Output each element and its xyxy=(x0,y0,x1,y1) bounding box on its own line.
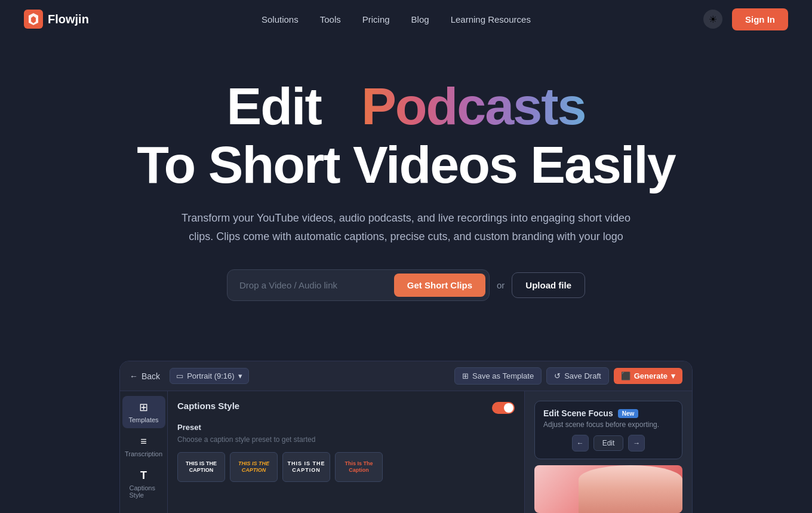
save-template-button[interactable]: ⊞ Save as Template xyxy=(454,367,542,385)
scene-focus-title: Edit Scene Focus xyxy=(543,408,613,418)
caption-presets: THIS IS THE CAPTION THIS IS THE CAPTION … xyxy=(177,452,515,482)
url-input[interactable] xyxy=(239,280,394,290)
sidebar-transcription-label: Transcription xyxy=(125,450,162,457)
scene-prev-button[interactable]: ← xyxy=(572,435,589,451)
hero-section: Edit Podcasts To Short Videos Easily Tra… xyxy=(0,38,812,331)
transcription-icon: ≡ xyxy=(140,435,147,448)
edit-focus-button[interactable]: Edit xyxy=(593,435,624,451)
captions-icon: T xyxy=(140,469,147,482)
caption-preset-2[interactable]: THIS IS THE CAPTION xyxy=(230,452,278,482)
save-draft-label: Save Draft xyxy=(564,371,601,380)
sidebar-item-templates[interactable]: ⊞ Templates xyxy=(122,396,165,428)
editor-preview: ← Back ▭ Portrait (9:16) ▾ ⊞ Save as Tem… xyxy=(119,361,693,513)
scene-focus-card: Edit Scene Focus New Adjust scene focus … xyxy=(534,401,682,459)
scene-focus-desc: Adjust scene focus before exporting. xyxy=(543,420,673,429)
caption-toggle-row: Captions Style xyxy=(177,401,515,414)
editor-body: ⊞ Templates ≡ Transcription T Captions S… xyxy=(120,391,692,513)
scene-next-button[interactable]: → xyxy=(628,435,645,451)
scene-focus-controls: ← Edit → xyxy=(543,435,673,451)
sun-icon: ☀ xyxy=(709,14,717,25)
hero-title-podcasts: Podcasts xyxy=(361,76,585,136)
logo-text: Flowjin xyxy=(48,13,89,26)
portrait-icon: ▭ xyxy=(176,371,183,380)
upload-file-button[interactable]: Upload file xyxy=(512,272,585,298)
panel-title: Captions Style xyxy=(177,401,239,411)
theme-toggle-button[interactable]: ☀ xyxy=(703,10,722,29)
preset-sublabel: Choose a caption style preset to get sta… xyxy=(177,435,515,444)
preset-3-text: THIS IS THE CAPTION xyxy=(285,460,327,474)
nav-tools[interactable]: Tools xyxy=(320,14,341,24)
hero-title-line1: Edit Podcasts xyxy=(12,80,800,133)
person-silhouette xyxy=(579,465,682,513)
sidebar-captions-label: Captions Style xyxy=(130,484,158,499)
caption-preset-4[interactable]: This is the caption xyxy=(335,452,383,482)
generate-button[interactable]: ⬛ Generate ▾ xyxy=(614,368,682,384)
back-label: Back xyxy=(142,371,160,381)
or-label: or xyxy=(497,280,505,290)
editor-topbar: ← Back ▭ Portrait (9:16) ▾ ⊞ Save as Tem… xyxy=(120,361,692,391)
hero-input-row: Get Short Clips or Upload file xyxy=(12,269,800,301)
hero-title-edit: Edit xyxy=(227,76,321,136)
editor-sidebar: ⊞ Templates ≡ Transcription T Captions S… xyxy=(120,391,168,513)
portrait-selector[interactable]: ▭ Portrait (9:16) ▾ xyxy=(170,368,248,384)
editor-right-panel: Edit Scene Focus New Adjust scene focus … xyxy=(525,391,692,513)
templates-icon: ⊞ xyxy=(139,401,148,414)
caption-toggle[interactable] xyxy=(492,402,515,414)
back-button[interactable]: ← Back xyxy=(130,371,160,381)
scene-focus-header: Edit Scene Focus New xyxy=(543,408,673,418)
right-arrow-icon: → xyxy=(633,439,640,447)
nav-links: Solutions Tools Pricing Blog Learning Re… xyxy=(262,14,531,24)
preset-section: Preset Choose a caption style preset to … xyxy=(177,423,515,444)
generate-chevron-icon: ▾ xyxy=(671,371,675,380)
flowjin-logo-icon xyxy=(24,10,43,29)
chevron-down-icon: ▾ xyxy=(238,371,242,380)
editor-topbar-left: ← Back ▭ Portrait (9:16) ▾ xyxy=(130,368,249,384)
sidebar-item-transcription[interactable]: ≡ Transcription xyxy=(122,431,165,462)
editor-panel: Captions Style Preset Choose a caption s… xyxy=(168,391,525,513)
preset-4-text: This is the caption xyxy=(338,460,380,474)
url-input-container: Get Short Clips xyxy=(227,269,490,301)
sidebar-item-captions-style[interactable]: T Captions Style xyxy=(122,465,165,503)
generate-icon: ⬛ xyxy=(621,371,630,380)
preset-label: Preset xyxy=(177,423,515,432)
hero-subtitle: Transform your YouTube videos, audio pod… xyxy=(173,209,639,245)
nav-blog[interactable]: Blog xyxy=(411,14,429,24)
save-template-label: Save as Template xyxy=(472,371,534,380)
sidebar-templates-label: Templates xyxy=(128,416,158,423)
sign-in-button[interactable]: Sign In xyxy=(732,8,788,30)
video-thumbnail xyxy=(534,465,682,513)
get-short-clips-button[interactable]: Get Short Clips xyxy=(394,274,485,297)
save-draft-button[interactable]: ↺ Save Draft xyxy=(546,367,608,385)
editor-topbar-right: ⊞ Save as Template ↺ Save Draft ⬛ Genera… xyxy=(454,367,682,385)
nav-right: ☀ Sign In xyxy=(703,8,788,30)
caption-preset-3[interactable]: THIS IS THE CAPTION xyxy=(282,452,330,482)
left-arrow-icon: ← xyxy=(577,439,584,447)
draft-icon: ↺ xyxy=(554,371,561,380)
caption-preset-1[interactable]: THIS IS THE CAPTION xyxy=(177,452,225,482)
preset-1-text: THIS IS THE CAPTION xyxy=(180,460,222,474)
back-arrow-icon: ← xyxy=(130,371,138,381)
preset-2-text: THIS IS THE CAPTION xyxy=(233,460,275,474)
logo[interactable]: Flowjin xyxy=(24,10,89,29)
template-icon: ⊞ xyxy=(462,371,469,380)
navbar: Flowjin Solutions Tools Pricing Blog Lea… xyxy=(0,0,812,38)
nav-learning-resources[interactable]: Learning Resources xyxy=(451,14,531,24)
generate-label: Generate xyxy=(634,371,668,380)
portrait-label: Portrait (9:16) xyxy=(187,371,234,380)
new-badge: New xyxy=(618,409,639,418)
nav-pricing[interactable]: Pricing xyxy=(362,14,390,24)
nav-solutions[interactable]: Solutions xyxy=(262,14,299,24)
hero-title-line2: To Short Videos Easily xyxy=(12,139,800,191)
